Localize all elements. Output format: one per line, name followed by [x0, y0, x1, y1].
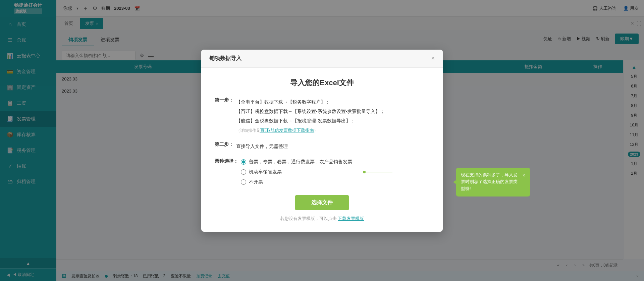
modal-close-button[interactable]: ×	[431, 55, 435, 62]
step1-content: 【全电平台】数据下载→【税务数字账户】； 【百旺】税控盘数据下载→【系统设置-系…	[236, 97, 385, 135]
step1-note: （详细操作见百旺/航信发票数据下载指南）	[236, 125, 385, 135]
step2-label: 第二步：	[215, 142, 233, 148]
ticket-label: 票种选择：	[215, 158, 238, 164]
import-modal: 销项数据导入 × 导入您的Excel文件 第一步： 【全电平台】数据下载→【税务…	[201, 50, 443, 232]
step1-line3: 【航信】金税盘数据下载→【报税管理-发票数据导出】；	[236, 116, 385, 125]
radio-none-input[interactable]	[241, 179, 246, 185]
step2: 第二步： 直接导入文件，无需整理	[215, 142, 429, 151]
tooltip-text: 现在支持的票种多了，导入发票时别忘了选择正确的发票类型呀!	[461, 172, 518, 191]
ticket-tooltip: × 现在支持的票种多了，导入发票时别忘了选择正确的发票类型呀!	[456, 168, 530, 196]
step1-label: 第一步：	[215, 97, 233, 132]
step1-line1: 【全电平台】数据下载→【税务数字账户】；	[236, 97, 385, 107]
radio-motor[interactable]: 机动车销售发票	[241, 169, 352, 175]
download-template-link[interactable]: 下载发票模版	[338, 216, 364, 221]
step2-content: 直接导入文件，无需整理	[236, 142, 288, 151]
ticket-selection: 票种选择： 普票，专票，卷票，通行费发票，农产品销售发票 机动车销售发票	[215, 158, 429, 185]
radio-group: 普票，专票，卷票，通行费发票，农产品销售发票 机动车销售发票 不开票	[241, 159, 352, 185]
step1-line2: 【百旺】税控盘数据下载→【系统设置-系统参数设置-发票批量导入】；	[236, 107, 385, 116]
select-file-button[interactable]: 选择文件	[295, 195, 349, 210]
radio-general[interactable]: 普票，专票，卷票，通行费发票，农产品销售发票	[241, 159, 352, 165]
modal-header: 销项数据导入 ×	[201, 50, 443, 68]
modal-overlay: 销项数据导入 × 导入您的Excel文件 第一步： 【全电平台】数据下载→【税务…	[0, 0, 644, 281]
modal-title: 销项数据导入	[209, 55, 241, 62]
tooltip-close-btn[interactable]: ×	[523, 172, 525, 179]
modal-body: 导入您的Excel文件 第一步： 【全电平台】数据下载→【税务数字账户】； 【百…	[201, 68, 443, 232]
radio-none[interactable]: 不开票	[241, 179, 352, 185]
tooltip-line	[366, 172, 392, 172]
radio-general-input[interactable]	[241, 159, 246, 165]
guide-link[interactable]: 百旺/航信发票数据下载指南	[260, 128, 314, 133]
radio-motor-input[interactable]	[241, 169, 246, 175]
modal-footer: 若您没有发票模版，可以点击 下载发票模版	[215, 216, 429, 222]
import-title: 导入您的Excel文件	[215, 78, 429, 88]
step1: 第一步： 【全电平台】数据下载→【税务数字账户】； 【百旺】税控盘数据下载→【系…	[215, 97, 429, 135]
tooltip-dot	[363, 171, 366, 173]
modal-btn-row: 选择文件	[215, 195, 429, 210]
tooltip-arrow	[453, 180, 456, 184]
